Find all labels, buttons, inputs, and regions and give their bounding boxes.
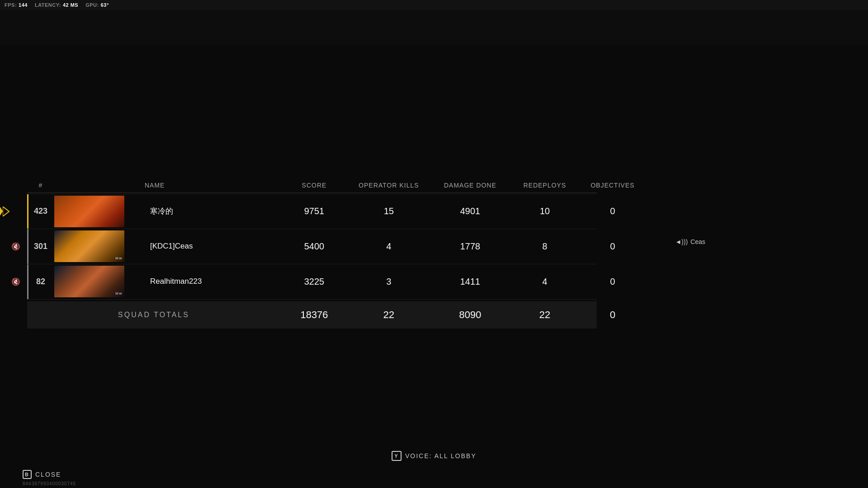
rank-3: 82 (27, 277, 54, 286)
gpu-label: GPU: (85, 2, 99, 8)
svg-marker-0 (3, 206, 9, 216)
mute-icon-2[interactable]: 🔇 (11, 277, 20, 286)
totals-kills: 22 (348, 309, 429, 321)
kills-1: 15 (348, 206, 429, 216)
fps-label: FPS: (5, 2, 17, 8)
ceas-name: Ceas (690, 238, 705, 245)
voice-indicator: Y VOICE: ALL LOBBY (392, 451, 476, 461)
gpu-value: 63° (101, 2, 109, 8)
damage-1: 4901 (429, 206, 511, 216)
mw-logo-2: Mᴡ (115, 291, 123, 296)
redeploys-1: 10 (511, 206, 579, 216)
close-label: CLOSE (35, 471, 61, 478)
fps-value: 144 (19, 2, 28, 8)
col-damage: Damage Done (429, 182, 511, 189)
voice-label: VOICE: ALL LOBBY (405, 452, 476, 460)
voice-ceas-indicator: ◄))) Ceas (675, 238, 705, 245)
main-content: # Name Score Operator Kills Damage Done … (0, 45, 868, 461)
player-name-1: 寒冷的 (145, 206, 280, 216)
player-thumb-3: Mᴡ (54, 266, 124, 297)
mw-logo: Mᴡ (115, 256, 123, 260)
fps-stat: FPS: 144 (5, 2, 28, 8)
session-id: 844387993400030745 (23, 481, 76, 486)
kills-3: 3 (348, 277, 429, 287)
voice-key: Y (395, 453, 399, 459)
score-2: 5400 (280, 241, 348, 252)
player-thumb-1 (54, 196, 124, 227)
close-button[interactable]: B CLOSE (23, 470, 61, 479)
player-row: 🔇 82 Mᴡ Realhitman223 3225 3 1411 4 0 (27, 264, 597, 300)
voice-waves-icon: ◄))) (675, 238, 688, 245)
latency-value: 42 MS (63, 2, 78, 8)
gpu-stat: GPU: 63° (85, 2, 109, 8)
scoreboard: # Name Score Operator Kills Damage Done … (27, 178, 597, 328)
rank-1: 423 (27, 206, 54, 216)
totals-label: SQUAD TOTALS (27, 311, 280, 319)
player-row: You 423 寒冷的 9751 15 4901 10 0 (27, 194, 597, 229)
totals-objectives: 0 (579, 309, 646, 321)
col-thumb (54, 182, 145, 189)
col-redeploys: Redeploys (511, 182, 579, 189)
totals-score: 18376 (280, 309, 348, 321)
latency-label: LATENCY: (35, 2, 61, 8)
table-header: # Name Score Operator Kills Damage Done … (27, 178, 597, 193)
squad-totals-row: SQUAD TOTALS 18376 22 8090 22 0 (27, 301, 597, 328)
objectives-3: 0 (579, 277, 646, 287)
totals-damage: 8090 (429, 309, 511, 321)
damage-2: 1778 (429, 241, 511, 252)
b-label: B (25, 472, 29, 477)
player-thumb-2: Mᴡ (54, 230, 124, 262)
b-key: B (23, 470, 32, 479)
score-3: 3225 (280, 277, 348, 287)
top-area (0, 10, 868, 45)
col-name: Name (145, 182, 280, 189)
damage-3: 1411 (429, 277, 511, 287)
player-name-3: Realhitman223 (145, 277, 280, 286)
voice-button[interactable]: Y (392, 451, 401, 461)
objectives-1: 0 (579, 206, 646, 216)
score-1: 9751 (280, 206, 348, 216)
redeploys-2: 8 (511, 241, 579, 252)
you-badge-wrapper: You (0, 205, 11, 218)
mute-icon[interactable]: 🔇 (11, 242, 20, 251)
kills-2: 4 (348, 241, 429, 252)
rank-2: 301 (27, 242, 54, 251)
player-name-2: [KDC1]Ceas (145, 242, 280, 251)
player-rows-section: You 423 寒冷的 9751 15 4901 10 0 (27, 194, 597, 300)
player-row: 🔇 301 Mᴡ [KDC1]Ceas 5400 4 1778 8 0 (27, 229, 597, 264)
col-hash: # (27, 182, 54, 189)
col-op-kills: Operator Kills (348, 182, 429, 189)
you-arrow-icon (3, 206, 11, 216)
col-score: Score (280, 182, 348, 189)
redeploys-3: 4 (511, 277, 579, 287)
hud-bar: FPS: 144 LATENCY: 42 MS GPU: 63° (0, 0, 868, 10)
col-objectives: Objectives (579, 182, 646, 189)
objectives-2: 0 (579, 241, 646, 252)
latency-stat: LATENCY: 42 MS (35, 2, 78, 8)
totals-redeploys: 22 (511, 309, 579, 321)
